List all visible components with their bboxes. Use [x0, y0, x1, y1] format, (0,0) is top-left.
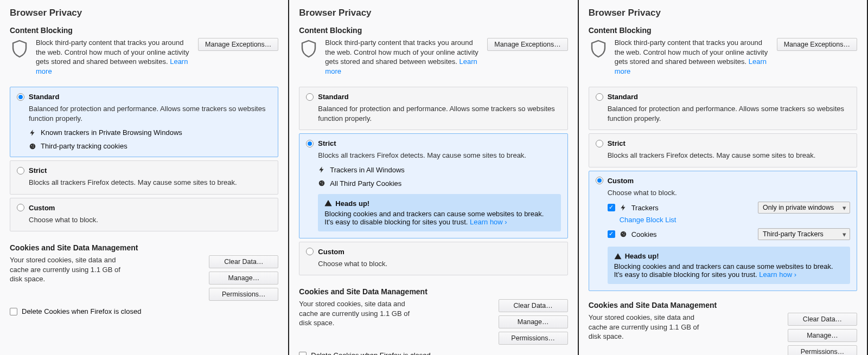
strict-all-third-party: All Third Party Cookies: [318, 179, 560, 188]
svg-point-5: [321, 182, 322, 183]
option-strict-desc: Blocks all trackers Firefox detects. May…: [608, 151, 850, 160]
option-standard[interactable]: Standard Balanced for protection and per…: [10, 87, 278, 157]
cookies-heading: Cookies and Site Data Management: [589, 301, 857, 309]
warning-icon: [324, 199, 332, 207]
intro-row: Block third-party content that tracks yo…: [589, 38, 857, 76]
shield-icon: [589, 39, 608, 59]
manage-button[interactable]: Manage…: [209, 272, 278, 285]
option-strict-desc: Blocks all trackers Firefox detects. May…: [318, 151, 560, 160]
radio-standard[interactable]: [596, 93, 603, 101]
custom-warning: Heads up! Blocking cookies and and track…: [608, 247, 850, 284]
option-standard-desc: Balanced for protection and performance.…: [608, 104, 850, 123]
option-strict-label: Strict: [29, 166, 47, 175]
trackers-checkbox[interactable]: [608, 204, 615, 211]
option-strict[interactable]: Strict Blocks all trackers Firefox detec…: [589, 133, 857, 167]
option-strict-desc: Blocks all trackers Firefox detects. May…: [29, 178, 271, 188]
cookies-text: Your stored cookies, site data and cache…: [10, 255, 129, 284]
intro-text: Block third-party content that tracks yo…: [36, 38, 192, 76]
option-strict[interactable]: Strict Blocks all trackers Firefox detec…: [10, 160, 278, 195]
page-title: Browser Privacy: [589, 8, 857, 18]
content-blocking-heading: Content Blocking: [299, 26, 567, 35]
option-custom[interactable]: Custom Choose what to block. Trackers On…: [589, 171, 857, 292]
clear-data-button[interactable]: Clear Data…: [499, 299, 568, 312]
bolt-icon: [318, 166, 326, 173]
delete-on-close-row: Delete Cookies when Firefox is closed: [10, 307, 278, 315]
panel-strict: Browser Privacy Content Blocking Block t…: [289, 0, 578, 355]
manage-exceptions-button[interactable]: Manage Exceptions…: [487, 38, 567, 51]
option-standard[interactable]: Standard Balanced for protection and per…: [589, 87, 857, 130]
clear-data-button[interactable]: Clear Data…: [209, 255, 278, 268]
option-custom[interactable]: Custom Choose what to block.: [299, 242, 567, 276]
delete-on-close-label: Delete Cookies when Firefox is closed: [311, 351, 430, 355]
intro-text: Block third-party content that tracks yo…: [325, 38, 481, 76]
svg-point-4: [319, 180, 325, 186]
radio-custom[interactable]: [306, 248, 314, 255]
standard-third-party-cookies: Third-party tracking cookies: [29, 142, 271, 150]
manage-button[interactable]: Manage…: [499, 315, 568, 328]
option-strict[interactable]: Strict Blocks all trackers Firefox detec…: [299, 133, 567, 238]
page-title: Browser Privacy: [10, 8, 278, 18]
svg-point-7: [322, 182, 323, 182]
learn-how-link[interactable]: Learn how ›: [470, 218, 507, 226]
standard-known-trackers: Known trackers in Private Browsing Windo…: [29, 128, 271, 137]
svg-point-3: [33, 145, 34, 145]
option-strict-label: Strict: [318, 139, 336, 147]
radio-custom[interactable]: [17, 204, 24, 211]
option-standard-label: Standard: [29, 93, 59, 101]
option-custom-label: Custom: [318, 248, 344, 256]
permissions-button[interactable]: Permissions…: [499, 332, 568, 345]
manage-button[interactable]: Manage…: [788, 329, 857, 342]
delete-on-close-checkbox[interactable]: [10, 308, 17, 315]
page-title: Browser Privacy: [299, 8, 567, 18]
intro-text: Block third-party content that tracks yo…: [615, 38, 770, 76]
radio-strict[interactable]: [17, 167, 24, 175]
panel-custom: Browser Privacy Content Blocking Block t…: [579, 0, 868, 355]
svg-point-11: [624, 233, 624, 233]
cookies-heading: Cookies and Site Data Management: [299, 287, 567, 296]
strict-trackers-all: Trackers in All Windows: [318, 166, 560, 174]
radio-strict[interactable]: [306, 140, 314, 147]
svg-point-8: [620, 231, 626, 237]
intro-row: Block third-party content that tracks yo…: [299, 38, 567, 76]
radio-standard[interactable]: [17, 93, 24, 101]
panel-standard: Browser Privacy Content Blocking Block t…: [0, 0, 289, 355]
cookies-checkbox[interactable]: [608, 230, 615, 238]
cookies-row: Your stored cookies, site data and cache…: [299, 299, 567, 345]
custom-trackers-row: Trackers Only in private windows: [608, 202, 850, 214]
content-blocking-heading: Content Blocking: [589, 26, 857, 35]
delete-on-close-row: Delete Cookies when Firefox is closed: [299, 351, 567, 355]
option-custom-label: Custom: [29, 204, 55, 212]
option-custom[interactable]: Custom Choose what to block.: [10, 198, 278, 232]
option-standard-desc: Balanced for protection and performance.…: [29, 104, 271, 123]
trackers-select[interactable]: Only in private windows: [758, 202, 850, 214]
cookie-icon: [318, 179, 326, 187]
manage-exceptions-button[interactable]: Manage Exceptions…: [777, 38, 857, 51]
radio-custom[interactable]: [596, 177, 603, 184]
option-standard[interactable]: Standard Balanced for protection and per…: [299, 87, 567, 130]
permissions-button[interactable]: Permissions…: [788, 345, 857, 355]
permissions-button[interactable]: Permissions…: [209, 288, 278, 301]
custom-cookies-row: Cookies Third-party Trackers: [608, 228, 850, 240]
learn-how-link[interactable]: Learn how ›: [759, 270, 796, 279]
svg-point-1: [31, 145, 32, 146]
change-block-list-link[interactable]: Change Block List: [620, 216, 676, 224]
clear-data-button[interactable]: Clear Data…: [788, 313, 857, 326]
cookies-row: Your stored cookies, site data and cache…: [589, 313, 857, 355]
shield-icon: [10, 39, 29, 59]
delete-on-close-checkbox[interactable]: [299, 352, 307, 355]
radio-strict[interactable]: [596, 140, 603, 147]
manage-exceptions-button[interactable]: Manage Exceptions…: [198, 38, 278, 51]
delete-on-close-label: Delete Cookies when Firefox is closed: [22, 307, 141, 315]
warning-icon: [614, 253, 622, 260]
cookie-icon: [29, 143, 36, 150]
strict-warning: Heads up! Blocking cookies and and track…: [318, 194, 560, 231]
cookies-label: Cookies: [631, 230, 657, 238]
radio-standard[interactable]: [306, 93, 314, 101]
option-standard-label: Standard: [608, 93, 638, 101]
cookies-select[interactable]: Third-party Trackers: [758, 228, 850, 240]
bolt-icon: [620, 204, 627, 211]
svg-point-2: [33, 146, 34, 147]
intro-row: Block third-party content that tracks yo…: [10, 38, 278, 76]
svg-point-10: [623, 235, 624, 236]
content-blocking-heading: Content Blocking: [10, 26, 278, 35]
